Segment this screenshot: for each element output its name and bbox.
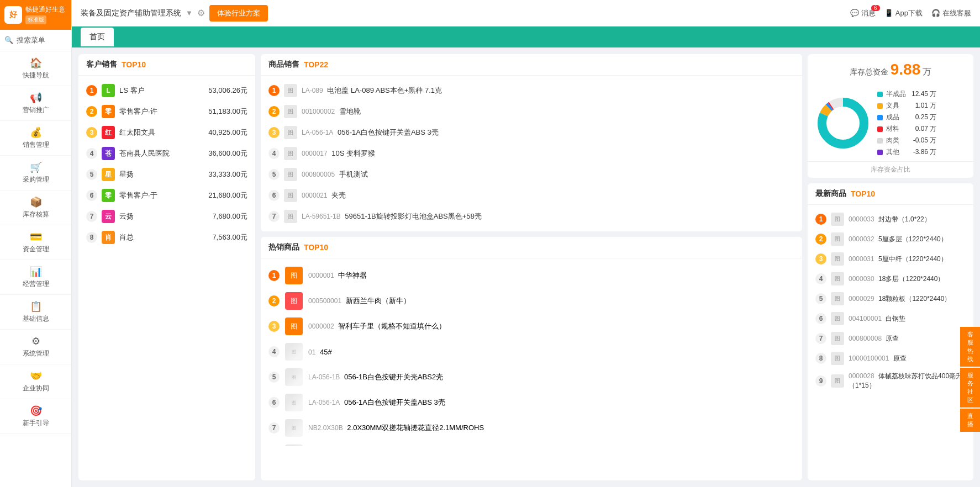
inventory-unit: 万 [923,67,931,76]
product-name: 18多层（1220*2440） [878,275,944,283]
product-code: 10000100001 [849,354,889,362]
product-code: 0000031 [849,255,874,263]
product-name: 18颗粒板（1220*2440） [878,295,951,303]
legend-dot [877,115,883,120]
settings-icon[interactable]: ⚙ [197,8,205,18]
product-thumb: 图 [831,292,844,305]
sidebar-item-label-9: 企业协同 [23,384,49,393]
purchase-icon: 🛒 [30,161,42,173]
rank-name: 苍南县人民医院 [119,149,204,158]
trial-button[interactable]: 体验行业方案 [209,5,268,22]
product-thumb: 图 [284,84,297,97]
inventory-footer: 库存资金占比 [808,161,973,178]
product-code: 0000033 [849,215,874,223]
sidebar-item-label-5: 资金管理 [23,245,49,254]
rank-value: 7,563.00元 [212,232,247,242]
rank-name: 零售客户·于 [119,190,204,200]
sales-rank-body: 1 图 LA-089 电池盖 LA-089 ABS本色+黑种 7.1克 2 图 … [261,76,802,231]
product-placeholder: 图 [285,419,303,437]
product-info: LA-056-1B 056-1B白色按键开关壳ABS2壳 [308,372,443,382]
dropdown-arrow-icon[interactable]: ▼ [186,9,193,17]
rank-avatar: 苍 [102,147,115,160]
legend-dot [877,126,883,132]
legend-label: 半成品 [886,89,908,99]
sidebar-item-6[interactable]: 📊 经营管理 [0,260,71,295]
product-thumb: 图 [284,168,297,181]
float-btn-community[interactable]: 服务社区 [960,368,980,407]
sidebar-item-10[interactable]: 🎯 新手引导 [0,399,71,434]
sidebar-item-3[interactable]: 🛒 采购管理 [0,156,71,190]
rank-avatar: 零 [102,105,115,118]
hot-products-header: 热销商品 TOP10 [261,237,802,258]
product-info: LA-056-1A 056-1A白色按键开关盖ABS 3壳 [308,398,445,407]
product-info: 000800005 手机测试 [302,170,794,179]
product-placeholder: 图 [285,444,303,446]
rank-number: 2 [86,106,97,117]
search-menu[interactable]: 🔍 搜索菜单 [0,30,71,51]
new-products-body: 1 图 0000033 封边带（1.0*22） 2 图 0000032 5厘多层… [808,205,973,393]
legend-value: 0.25 万 [915,113,937,122]
product-name: 新西兰牛肉（新牛） [346,297,410,305]
product-thumb: 图 [831,352,844,365]
rank-number: 2 [268,295,280,306]
product-code: 0000029 [849,295,874,303]
sidebar-logo: 好 畅捷通好生意 标准版 [0,0,71,30]
sidebar-item-9[interactable]: 🤝 企业协同 [0,364,71,399]
customer-rank-subtitle: TOP10 [122,60,146,69]
rank-number: 3 [815,253,826,264]
sidebar-item-2[interactable]: 💰 销售管理 [0,121,71,156]
product-code: LA-056-1A [308,399,340,406]
search-menu-label: 搜索菜单 [17,35,45,45]
legend-item: 文具 1.01 万 [877,101,936,110]
rank-number: 1 [86,85,97,96]
rank-name: 肖总 [119,232,208,242]
main-area: 装备及固定资产辅助管理系统 ▼ ⚙ 体验行业方案 💬 消息 6 📱 App下载 … [72,0,980,487]
float-btn-live[interactable]: 直播 [960,409,980,432]
app-download-button[interactable]: 📱 App下载 [884,8,923,18]
new-product-item: 6 图 004100001 白钢垫 [808,309,973,329]
sidebar-item-label-0: 快捷导航 [23,71,49,80]
online-service-button[interactable]: 🎧 在线客服 [931,8,971,18]
rank-number: 5 [268,372,280,383]
message-button[interactable]: 💬 消息 6 [850,8,876,18]
legend-label: 肉类 [886,136,908,145]
sales-rank-item: 6 图 0000021 夹壳 [261,185,802,206]
sidebar-item-label-10: 新手引导 [23,419,49,428]
tab-home[interactable]: 首页 [81,28,114,46]
float-btn-service[interactable]: 客服热线 [960,327,980,367]
product-name: 夹壳 [331,191,346,199]
rank-avatar: 肖 [102,231,115,244]
sidebar-item-5[interactable]: 💳 资金管理 [0,225,71,260]
product-placeholder: 图 [285,394,303,411]
right-column: 库存总资金 9.88 万 [808,54,973,480]
sidebar-item-8[interactable]: ⚙ 系统管理 [0,330,71,364]
product-thumb: 图 [284,126,297,139]
app-download-label: App下载 [895,8,923,18]
online-service-label: 在线客服 [942,8,971,18]
hot-product-item: 5 图 LA-056-1B 056-1B白色按键开关壳ABS2壳 [261,364,802,390]
search-icon: 🔍 [4,36,13,44]
legend-label: 材料 [886,124,908,134]
sidebar-item-0[interactable]: 🏠 快捷导航 [0,51,71,86]
rank-name: 星扬 [119,170,204,179]
product-code: LA-056-1B [308,373,340,381]
rank-number: 9 [815,375,826,387]
product-image: 图 [285,317,303,335]
rank-number: 1 [268,85,280,96]
inventory-title: 库存总资金 [850,67,888,76]
new-product-item: 7 图 000800008 原查 [808,329,973,348]
sidebar-item-7[interactable]: 📋 基础信息 [0,295,71,330]
rank-avatar: 零 [102,189,115,202]
product-thumb: 图 [284,105,297,118]
product-info: 0000001 中华神器 [308,271,367,280]
sidebar-item-4[interactable]: 📦 库存核算 [0,190,71,225]
hot-product-item: 8 图 0000011 12070519-xs [261,441,802,446]
rank-avatar: 云 [102,210,115,223]
product-code: 000500001 [308,297,341,305]
hot-product-item: 3 图 0000002 智利车子里（规格不知道填什么） [261,314,802,339]
new-product-item: 5 图 0000029 18颗粒板（1220*2440） [808,289,973,309]
sidebar-item-1[interactable]: 📢 营销推广 [0,86,71,121]
rank-number: 6 [86,190,97,201]
rank-number: 6 [268,190,280,201]
rank-number: 4 [268,148,280,159]
